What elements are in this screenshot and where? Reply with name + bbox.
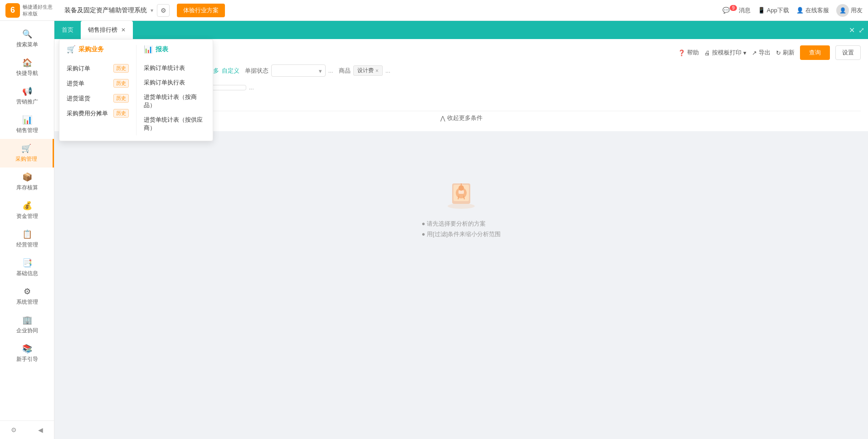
sidebar-item-purchase[interactable]: 🛒 采购管理 [0,139,54,168]
sidebar-settings-btn[interactable]: ⚙ [11,426,17,434]
sidebar-label-purchase: 采购管理 [15,155,37,163]
enterprise-icon: 🏢 [22,315,32,325]
user-btn[interactable]: 👤 用友 [836,4,863,17]
empty-state: 请先选择要分析的方案 用[过滤]条件来缩小分析范围 [54,131,868,276]
report-col-icon: 📊 [144,45,153,54]
help-btn[interactable]: ❓ 帮助 [678,49,699,57]
salesperson-more[interactable]: ... [249,84,254,91]
industry-btn[interactable]: 体验行业方案 [177,4,225,17]
purchase-col-icon: 🛒 [67,45,76,54]
collapse-up-icon: ⋀ [440,115,445,122]
finance-icon: 💰 [22,201,32,211]
print-dropdown-arrow: ▾ [743,49,746,56]
sidebar-item-baseinfo[interactable]: 📑 基础信息 [0,253,54,282]
purchase-icon: 🛒 [21,143,31,153]
export-btn[interactable]: ↗ 导出 [752,49,770,57]
tab-close-btn[interactable]: ✕ [121,27,126,33]
sidebar-label-marketing: 营销推广 [16,98,38,106]
sidebar-label-quicknav: 快捷导航 [16,69,38,77]
sidebar: 🔍 搜索菜单 🏠 快捷导航 📢 营销推广 📊 销售管理 🛒 采购管理 📦 库存核… [0,21,54,439]
history-badge-receipt: 历史 [113,79,129,88]
sidebar-label-sales: 销售管理 [16,127,38,134]
message-label: 消息 [739,6,751,15]
user-avatar: 👤 [836,4,849,17]
phone-icon: 📱 [758,7,765,14]
message-icon: 💬 [722,7,730,14]
system-title-area: 装备及固定资产辅助管理系统 ▾ ⚙ 体验行业方案 [60,4,722,17]
logo-text: 畅捷通好生意 标准版 [23,4,53,17]
tab-expand-btn[interactable]: ⤢ [858,26,864,35]
sidebar-item-sales[interactable]: 📊 销售管理 [0,110,54,139]
history-badge-po: 历史 [113,64,129,73]
online-service-btn[interactable]: 👤 在线客服 [796,6,829,15]
history-badge-expense: 历史 [113,109,129,118]
sidebar-label-baseinfo: 基础信息 [16,270,38,277]
sidebar-label-inventory: 库存核算 [16,184,38,192]
service-icon: 👤 [796,7,804,14]
dropdown-item-po-exec[interactable]: 采购订单执行表 [144,75,206,90]
dropdown-item-receipt-stat-goods[interactable]: 进货单统计表（按商品） [144,90,206,113]
sidebar-item-quicknav[interactable]: 🏠 快捷导航 [0,53,54,82]
voucher-status-select[interactable] [271,64,326,77]
purchase-col: 🛒 采购业务 采购订单 历史 进货单 历史 进货退货 历史 采购费用分摊单 历史 [59,45,136,135]
message-btn[interactable]: 💬 9 消息 [722,6,751,15]
sidebar-item-enterprise[interactable]: 🏢 企业协同 [0,311,54,339]
title-dropdown-arrow[interactable]: ▾ [151,7,153,14]
voucher-status-select-wrapper [271,64,326,77]
dropdown-item-purchase-order[interactable]: 采购订单 历史 [67,61,129,76]
dropdown-item-purchase-receipt[interactable]: 进货单 历史 [67,76,129,91]
app-download-btn[interactable]: 📱 App下载 [758,6,789,15]
query-btn[interactable]: 查询 [800,45,830,60]
tab-home[interactable]: 首页 [54,21,81,39]
sidebar-item-search[interactable]: 🔍 搜索菜单 [0,25,54,53]
svg-rect-4 [458,190,464,194]
guide-icon: 📚 [22,344,32,354]
dropdown-cols: 🛒 采购业务 采购订单 历史 进货单 历史 进货退货 历史 采购费用分摊单 历史 [59,45,213,135]
header-settings-btn[interactable]: ⚙ [157,4,170,17]
dropdown-item-receipt-stat-supplier[interactable]: 进货单统计表（按供应商） [144,113,206,135]
purchase-col-title: 🛒 采购业务 [67,45,129,56]
sidebar-item-marketing[interactable]: 📢 营销推广 [0,82,54,110]
dropdown-item-po-stat[interactable]: 采购订单统计表 [144,61,206,75]
sidebar-bottom: ⚙ ◀ [0,420,54,439]
sidebar-collapse-btn[interactable]: ◀ [38,426,43,434]
goods-tag-close[interactable]: × [375,68,379,74]
refresh-btn[interactable]: ↻ 刷新 [776,49,795,57]
baseinfo-icon: 📑 [22,258,32,268]
report-col-title: 📊 报表 [144,45,206,56]
goods-tag: 设计费 × [353,65,383,76]
tab-sales-rank[interactable]: 销售排行榜 ✕ [81,21,133,39]
goods-more[interactable]: ... [385,67,390,74]
svg-point-5 [458,185,464,191]
settings-btn[interactable]: 设置 [835,45,861,60]
dropdown-item-purchase-expense[interactable]: 采购费用分摊单 历史 [67,106,129,121]
top-header: 6 畅捷通好生意 标准版 装备及固定资产辅助管理系统 ▾ ⚙ 体验行业方案 💬 … [0,0,868,21]
print-btn[interactable]: 🖨 按模板打印 ▾ [704,49,746,57]
empty-tips: 请先选择要分析的方案 用[过滤]条件来缩小分析范围 [422,218,501,240]
operations-icon: 📋 [22,229,32,239]
sidebar-item-guide[interactable]: 📚 新手引导 [0,339,54,368]
sidebar-label-system: 系统管理 [16,298,38,306]
sidebar-item-finance[interactable]: 💰 资金管理 [0,196,54,225]
system-title-text: 装备及固定资产辅助管理系统 [64,6,147,15]
help-icon: ❓ [678,49,685,56]
print-icon: 🖨 [704,49,710,56]
sidebar-label-enterprise: 企业协同 [16,327,38,335]
voucher-status-more[interactable]: ... [328,67,333,74]
sidebar-item-inventory[interactable]: 📦 库存核算 [0,168,54,196]
tab-close-all-btn[interactable]: ✕ [849,26,855,35]
sidebar-item-system[interactable]: ⚙ 系统管理 [0,282,54,311]
goods-label: 商品 [339,67,351,75]
dropdown-item-purchase-return[interactable]: 进货退货 历史 [67,91,129,106]
logo-area: 6 畅捷通好生意 标准版 [5,3,60,18]
sidebar-label-search: 搜索菜单 [16,41,38,49]
system-icon: ⚙ [24,286,31,296]
date-custom[interactable]: 自定义 [222,67,239,75]
history-badge-return: 历史 [113,94,129,103]
sidebar-item-operations[interactable]: 📋 经营管理 [0,225,54,253]
voucher-status-label: 单据状态 [245,67,268,75]
home-icon: 🏠 [22,58,32,68]
empty-illustration [439,168,484,213]
sidebar-label-operations: 经营管理 [16,241,38,249]
goods-filter: 商品 设计费 × ... [339,65,390,76]
